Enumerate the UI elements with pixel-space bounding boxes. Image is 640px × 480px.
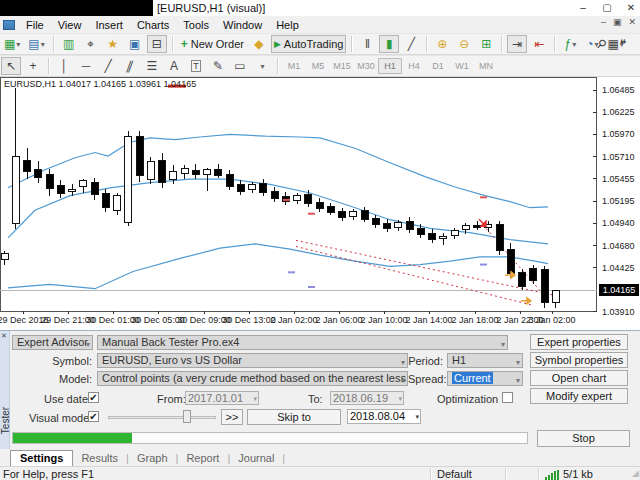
connection-status[interactable]: 5/1 kb [563,468,593,480]
use-date-checkbox[interactable]: ✔ [88,392,99,403]
tab-report[interactable]: Report [178,452,227,464]
zoom-in-button[interactable]: ⊕ [432,35,452,53]
market-watch-button[interactable]: ▥ [59,35,79,53]
candle-bull [451,230,458,235]
visual-mode-checkbox[interactable]: ✔ [88,411,99,422]
progress-fill [13,433,132,443]
to-date-field[interactable]: 2018.06.19▾ [330,391,404,405]
minimize-icon[interactable]: – [576,0,590,16]
chat-button[interactable]: ❝ [613,35,633,53]
symbol-properties-button[interactable]: Symbol properties [530,352,628,368]
mdi-close-icon[interactable]: ✕ [628,17,636,27]
text-button[interactable]: A [164,57,184,75]
timeframe-m1[interactable]: M1 [282,58,306,74]
data-window-button[interactable]: ⌖ [81,35,101,53]
chart-window[interactable]: EURUSD,H1 1.04017 1.04165 1.03961 1.0416… [0,77,640,330]
tester-mode-combo[interactable]: Expert Advisor▾ [12,335,93,350]
tile-windows-button[interactable]: ⊞ [476,35,496,53]
skip-to-button[interactable]: Skip to [247,409,341,425]
stop-button[interactable]: Stop [537,430,630,447]
optimization-checkbox[interactable] [502,392,513,403]
channel-icon: ∥ [124,59,135,73]
status-profile[interactable]: Default [437,468,472,480]
close-icon[interactable]: ✕ [624,0,638,16]
menu-item-tools[interactable]: Tools [176,19,216,31]
candlestick-chart-button[interactable]: ▮ [379,35,399,53]
menu-item-window[interactable]: Window [216,19,269,31]
tester-close-icon[interactable]: ✕ [1,332,7,340]
menu-item-view[interactable]: View [51,19,89,31]
time-axis[interactable]: 29 Dec 201629 Dec 21:0030 Dec 01:0030 De… [0,314,597,328]
timeframe-m15[interactable]: M15 [330,58,354,74]
strategy-tester-button[interactable]: ⊟ [147,35,167,53]
timeframe-d1[interactable]: D1 [426,58,450,74]
plot-border [1,78,597,312]
more-tools-button[interactable]: ▾ [252,57,272,75]
fast-forward-button[interactable]: >> [221,409,243,425]
line-chart-button[interactable]: ╱ [401,35,421,53]
cursor-button[interactable]: ↖ [1,57,21,75]
visual-speed-slider-thumb[interactable] [183,410,191,423]
skip-to-date-field[interactable]: 2018.08.04▾ [347,409,421,424]
profiles-button[interactable]: ▤▾ [25,35,47,53]
terminal-button[interactable]: ▣ [125,35,145,53]
menu-item-charts[interactable]: Charts [130,19,176,31]
chart-shift-button[interactable]: ⇤ [529,35,549,53]
open-chart-button[interactable]: Open chart [530,370,628,386]
shapes-button[interactable]: ▭ [230,57,250,75]
timeframe-mn[interactable]: MN [474,58,498,74]
time-tick-label: 2 Jan 06:00 [315,315,362,325]
vertical-line-button[interactable]: │ [54,57,74,75]
candlestick-chart[interactable] [0,77,597,330]
model-combo[interactable]: Control points (a very crude method base… [97,371,408,386]
expert-properties-button[interactable]: Expert properties [530,334,628,350]
menu-item-insert[interactable]: Insert [88,19,130,31]
symbol-combo[interactable]: EURUSD, Euro vs US Dollar▾ [97,353,408,368]
arrows-tool-button[interactable]: ✎ [208,57,228,75]
menu-item-file[interactable]: File [19,19,51,31]
trendline-button[interactable]: ╱ [98,57,118,75]
zoom-out-button[interactable]: ⊖ [454,35,474,53]
channel-button[interactable]: ∥ [120,57,140,75]
autotrading-button[interactable]: ▶AutoTrading [271,35,346,53]
from-date-field[interactable]: 2017.01.01▾ [185,391,259,405]
crosshair-button[interactable]: + [23,57,43,75]
candle-bear [406,221,413,229]
timeframe-m30[interactable]: M30 [354,58,378,74]
new-order-button[interactable]: +New Order [178,35,247,53]
candle-bull [170,171,177,179]
candle-bear [384,223,391,228]
navigator-button[interactable]: ★ [103,35,123,53]
period-combo[interactable]: H1▾ [447,353,523,368]
timeframe-h1[interactable]: H1 [378,58,402,74]
visual-speed-slider[interactable] [108,416,216,419]
menu-item-help[interactable]: Help [269,19,306,31]
indicators-button[interactable]: ƒ▾ [560,35,580,53]
bar-chart-button[interactable]: ‖ [357,35,377,53]
fibonacci-button[interactable]: ☰ [142,57,162,75]
maximize-icon[interactable]: ▢ [600,0,614,16]
text-label-button[interactable]: T [186,57,206,75]
resize-grip-icon[interactable]: ◢ [632,468,639,478]
search-icon: ⚲ [593,36,609,52]
mdi-restore-icon[interactable]: ▣ [613,17,622,27]
tab-settings[interactable]: Settings [10,450,73,466]
spread-combo[interactable]: Current▾ [447,371,523,386]
timeframe-m5[interactable]: M5 [306,58,330,74]
horizontal-line-button[interactable]: ─ [76,57,96,75]
metaeditor-button[interactable]: ◆ [249,35,269,53]
new-chart-button[interactable]: ▦▾ [1,35,23,53]
timeframe-h4[interactable]: H4 [402,58,426,74]
shapes-icon: ▭ [234,59,245,73]
price-axis[interactable]: 1.064851.062251.059701.057101.054551.051… [597,77,640,330]
tab-graph[interactable]: Graph [129,452,176,464]
timeframe-w1[interactable]: W1 [450,58,474,74]
search-button[interactable]: ⚲ [591,35,611,53]
tab-results[interactable]: Results [73,452,126,464]
tab-journal[interactable]: Journal [230,452,282,464]
candle-bear [507,249,514,273]
mdi-minimize-icon[interactable]: – [601,17,606,27]
expert-advisor-combo[interactable]: Manual Back Tester Pro.ex4▾ [97,335,508,350]
modify-expert-button[interactable]: Modify expert [530,388,628,404]
auto-scroll-button[interactable]: ⇥ [507,35,527,53]
